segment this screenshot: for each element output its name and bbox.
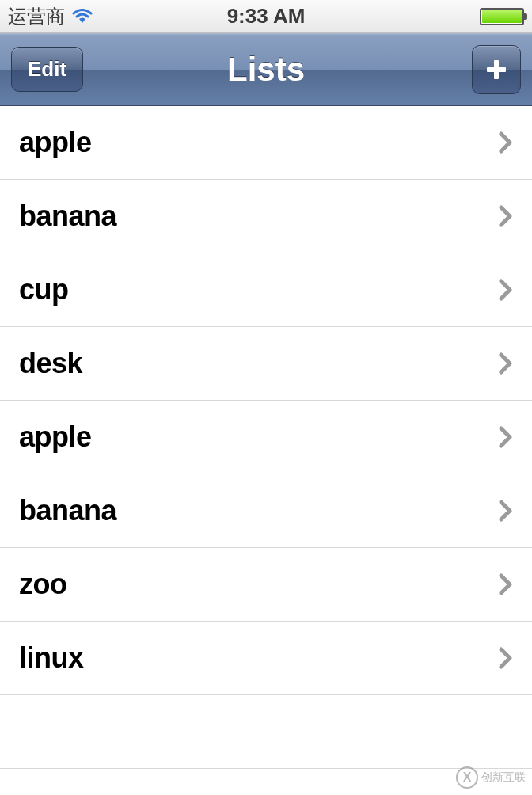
list-item[interactable]: apple (0, 106, 532, 180)
svg-rect-1 (487, 67, 506, 72)
list-item-label: banana (19, 494, 116, 527)
nav-bar: Edit Lists (0, 33, 532, 106)
chevron-right-icon (499, 279, 513, 301)
plus-icon (484, 58, 508, 82)
list-item-label: linux (19, 641, 84, 675)
chevron-right-icon (499, 573, 513, 595)
chevron-right-icon (499, 500, 513, 522)
watermark: X 创新互联 (456, 766, 526, 789)
battery-fill (482, 10, 522, 23)
wifi-icon (71, 9, 93, 25)
table-view: apple banana cup desk apple banana zoo (0, 106, 532, 769)
add-button[interactable] (472, 45, 521, 94)
list-item-label: apple (19, 420, 92, 454)
list-item-label: banana (19, 200, 116, 233)
list-item[interactable]: cup (0, 253, 532, 327)
list-item[interactable]: banana (0, 180, 532, 253)
list-item-label: zoo (19, 568, 66, 601)
battery-icon (480, 8, 524, 25)
chevron-right-icon (499, 352, 513, 375)
chevron-right-icon (499, 131, 513, 154)
status-left: 运营商 (8, 4, 93, 29)
watermark-text: 创新互联 (481, 770, 526, 785)
list-item[interactable]: zoo (0, 548, 532, 622)
list-item[interactable]: apple (0, 401, 532, 474)
list-item[interactable]: desk (0, 327, 532, 401)
page-title: Lists (227, 51, 305, 89)
edit-button[interactable]: Edit (11, 47, 83, 92)
list-item-label: cup (19, 273, 69, 306)
chevron-right-icon (499, 205, 513, 227)
list-item-empty (0, 695, 532, 769)
status-time: 9:33 AM (227, 4, 306, 29)
status-bar: 运营商 9:33 AM (0, 0, 532, 33)
list-item[interactable]: linux (0, 622, 532, 695)
list-item-label: desk (19, 347, 82, 380)
watermark-icon: X (456, 766, 478, 789)
chevron-right-icon (499, 426, 513, 448)
chevron-right-icon (499, 647, 513, 669)
carrier-label: 运营商 (8, 4, 65, 29)
list-item[interactable]: banana (0, 474, 532, 548)
list-item-label: apple (19, 126, 92, 159)
